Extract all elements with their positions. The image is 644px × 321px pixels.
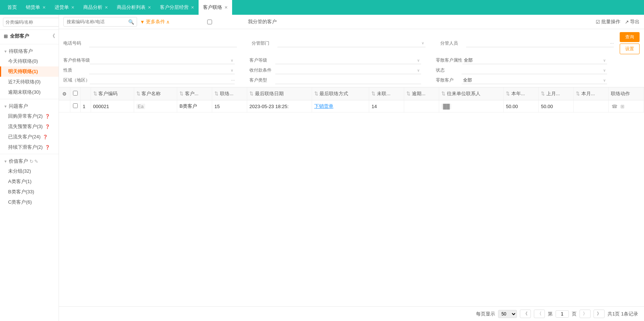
batch-operation-btn[interactable]: ☑ 批量操作 <box>596 18 620 25</box>
close-icon[interactable]: ✕ <box>42 5 46 10</box>
close-icon[interactable]: ✕ <box>148 5 151 10</box>
region-select[interactable] <box>90 76 231 84</box>
search-input[interactable] <box>63 17 137 27</box>
customer-type-select[interactable] <box>275 76 421 84</box>
collapse-icon[interactable]: 《 <box>50 33 55 39</box>
dept-select[interactable] <box>277 39 425 47</box>
cell-overdue <box>404 100 439 113</box>
first-page-btn[interactable]: 《 <box>520 310 531 318</box>
filter-more-btn[interactable]: ▼ 更多条件 ∧ <box>140 18 170 25</box>
payment-select[interactable] <box>275 66 421 74</box>
col-contacts[interactable]: ⇅ 联络... <box>212 87 247 100</box>
col-unlink-days[interactable]: ⇅ 未联... <box>369 87 404 100</box>
ellipsis-icon[interactable]: ··· <box>231 77 235 83</box>
manager-select[interactable] <box>466 39 610 47</box>
nav-home[interactable]: 首页 <box>3 0 21 15</box>
toolbar-right: ☑ 批量操作 ↗ 导出 <box>596 18 640 25</box>
sidebar-item-churned[interactable]: 已流失客户(24) ❓ <box>0 132 59 142</box>
nav-customer-segmentation[interactable]: 客户分层经营 ✕ <box>155 0 199 15</box>
select-all-checkbox[interactable] <box>73 91 78 96</box>
status-select[interactable] <box>462 66 607 74</box>
sidebar-value-group[interactable]: ▼ 价值客户 ↻ ✎ <box>0 156 59 166</box>
phone-input[interactable] <box>89 39 237 47</box>
col-unit-contact[interactable]: ⇅ 往来单位联系人 <box>439 87 504 100</box>
nav-customer-contact[interactable]: 客户联络 ✕ <box>199 0 232 15</box>
customer-table: ⚙ ⇅ 客户编码 ⇅ 客户名称 <box>59 87 644 113</box>
row-checkbox[interactable] <box>73 103 78 108</box>
my-customers-checkbox[interactable]: 我分管的客户 <box>173 18 277 25</box>
sidebar-item-declining[interactable]: 持续下滑客户(2) ❓ <box>0 142 59 152</box>
search-icon[interactable]: 🔍 <box>128 19 134 25</box>
sidebar-problem-group[interactable]: ▼ 问题客户 <box>0 101 59 111</box>
retail-customer-select[interactable]: 全部 是 否 <box>462 76 607 84</box>
edit-icon[interactable]: ✎ <box>34 159 38 164</box>
filter-price-grade: 客户价格等级 ∨ <box>63 56 235 64</box>
question-icon[interactable]: ❓ <box>45 145 50 149</box>
ellipsis-icon[interactable]: ··· <box>610 41 614 46</box>
close-icon[interactable]: ✕ <box>71 5 74 10</box>
col-overdue[interactable]: ⇅ 逾期... <box>404 87 439 100</box>
table-body: 1 000021 Ea B类客户 15 2023-05-23 18:25: 下销… <box>59 100 644 113</box>
col-gear[interactable]: ⚙ <box>59 87 70 100</box>
col-last-date[interactable]: ⇅ 最后联络日期 <box>247 87 312 100</box>
col-name[interactable]: ⇅ 客户名称 <box>134 87 177 100</box>
sidebar-search-input[interactable] <box>3 18 59 27</box>
query-button[interactable]: 查询 <box>620 32 640 42</box>
gear-icon[interactable]: ⚙ <box>62 91 67 97</box>
retail-attr-select[interactable]: 全部 是 否 <box>462 56 607 64</box>
cell-last-method[interactable]: 下销货单 <box>312 100 369 113</box>
sidebar-pending-group[interactable]: ▼ 待联络客户 <box>0 46 59 56</box>
nav-sales-order[interactable]: 销货单 ✕ <box>21 0 50 15</box>
col-checkbox[interactable] <box>70 87 80 100</box>
question-icon[interactable]: ❓ <box>45 124 50 129</box>
page-input[interactable] <box>556 310 569 318</box>
close-icon[interactable]: ✕ <box>105 5 108 10</box>
price-grade-wrapper: ∨ <box>90 56 235 64</box>
refresh-icon[interactable]: ↻ <box>29 159 34 164</box>
close-icon[interactable]: ✕ <box>191 5 194 10</box>
last-page-btn[interactable]: 》 <box>594 310 605 318</box>
export-btn[interactable]: ↗ 导出 <box>625 18 640 25</box>
sidebar-item-class-a[interactable]: A类客户(1) <box>0 176 59 187</box>
next-page-btn[interactable]: 〉 <box>580 310 591 318</box>
col-this-month[interactable]: ⇅ 本月... <box>574 87 609 100</box>
prev-page-btn[interactable]: 〈 <box>534 310 545 318</box>
phone-action-icon[interactable]: ☎ <box>612 104 617 109</box>
col-type[interactable]: ⇅ 客户... <box>177 87 212 100</box>
col-last-month[interactable]: ⇅ 上月... <box>539 87 574 100</box>
last-method-link[interactable]: 下销货单 <box>314 103 333 109</box>
top-navigation: 首页 销货单 ✕ 进货单 ✕ 商品分析 ✕ 商品分析列表 ✕ 客户分层经营 ✕ … <box>0 0 644 15</box>
sidebar-item-week-pending[interactable]: 近7天待联络(0) <box>0 77 59 87</box>
nav-product-analysis-list[interactable]: 商品分析列表 ✕ <box>112 0 155 15</box>
col-last-method[interactable]: ⇅ 最后联络方式 <box>312 87 369 100</box>
sidebar-item-churn-warning[interactable]: 流失预警客户(3) ❓ <box>0 121 59 132</box>
cell-type: B类客户 <box>177 100 212 113</box>
nav-product-analysis[interactable]: 商品分析 ✕ <box>79 0 112 15</box>
my-customers-checkbox-input[interactable] <box>173 20 246 24</box>
sidebar-item-ungrouped[interactable]: 未分组(32) <box>0 166 59 176</box>
chevron-up-icon: ∧ <box>166 19 170 25</box>
col-code[interactable]: ⇅ 客户编码 <box>91 87 134 100</box>
chevron-down-icon: ∨ <box>603 58 606 62</box>
col-this-year[interactable]: ⇅ 本年... <box>504 87 539 100</box>
sidebar-item-class-b[interactable]: B类客户(33) <box>0 187 59 197</box>
cell-checkbox[interactable] <box>70 100 80 113</box>
sidebar-item-class-c[interactable]: C类客户(6) <box>0 197 59 207</box>
reset-button[interactable]: 设置 <box>620 44 640 54</box>
customer-grade-select[interactable] <box>275 56 421 64</box>
question-icon[interactable]: ❓ <box>43 135 48 139</box>
sidebar-item-tomorrow-pending[interactable]: 明天待联络(1) <box>0 66 59 77</box>
more-action-icon[interactable]: ⊞ <box>620 104 624 109</box>
sidebar-item-today-pending[interactable]: 今天待联络(0) <box>0 56 59 66</box>
sidebar-all-customers[interactable]: ⊞ 全部客户 《 <box>0 30 59 42</box>
sidebar-item-repurchase-abnormal[interactable]: 回购异常客户(2) ❓ <box>0 111 59 121</box>
close-icon[interactable]: ✕ <box>224 5 228 10</box>
table-row: 1 000021 Ea B类客户 15 2023-05-23 18:25: 下销… <box>59 100 644 113</box>
retail-attr-wrapper: 全部 是 否 ∨ <box>462 56 607 64</box>
sidebar-item-overdue-pending[interactable]: 逾期未联络(30) <box>0 87 59 97</box>
price-grade-select[interactable] <box>90 56 235 64</box>
question-icon[interactable]: ❓ <box>45 114 50 118</box>
nature-select[interactable] <box>89 66 235 74</box>
per-page-select[interactable]: 50 100 200 <box>498 310 517 318</box>
nav-purchase-order[interactable]: 进货单 ✕ <box>50 0 79 15</box>
